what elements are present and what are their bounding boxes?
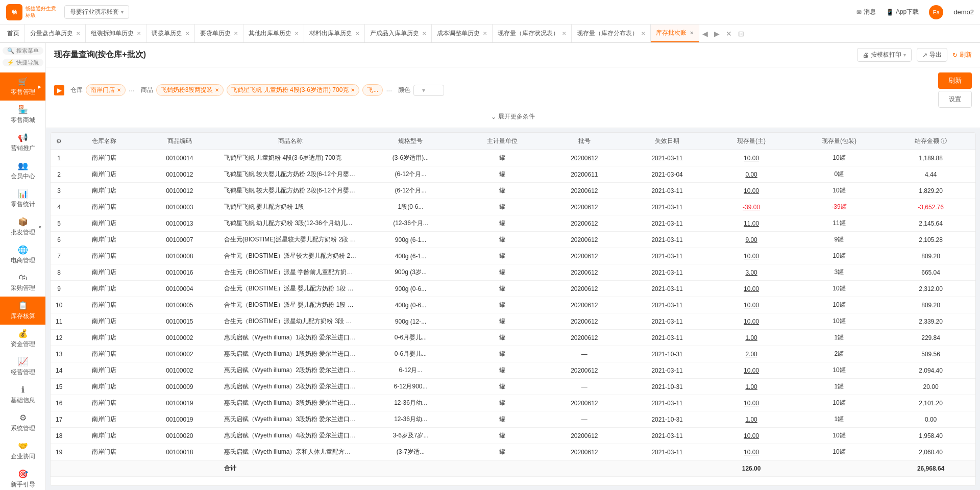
sidebar-item-marketing[interactable]: 📢 营销推广 bbox=[0, 129, 45, 157]
tab-split-inventory[interactable]: 分量盘点单历史 ✕ bbox=[25, 24, 86, 42]
tab-disassemble[interactable]: 组装拆卸单历史 ✕ bbox=[86, 24, 146, 42]
tab-transfer[interactable]: 调拨单历史 ✕ bbox=[146, 24, 195, 42]
product-tag-more[interactable]: 飞... bbox=[362, 84, 383, 96]
sidebar-item-basic-info[interactable]: ℹ 基础信息 bbox=[0, 381, 45, 409]
row-qty-main[interactable]: 2.00 bbox=[710, 346, 792, 362]
row-qty-main[interactable]: 10.00 bbox=[710, 150, 792, 166]
warehouse-more-button[interactable]: ··· bbox=[129, 86, 135, 94]
app-selector[interactable]: 母婴行业演示账套 ▾ bbox=[64, 5, 129, 19]
sidebar-nav-button[interactable]: ⚡ 快捷导航 bbox=[3, 59, 43, 66]
tab-material-out[interactable]: 材料出库单历史 ✕ bbox=[304, 24, 365, 42]
row-expire: 2021-10-31 bbox=[624, 346, 711, 362]
color-filter-input[interactable]: ▾ bbox=[413, 85, 444, 96]
expand-more-button[interactable]: ⌄ 展开更多条件 bbox=[54, 111, 972, 122]
row-qty-main[interactable]: 9.00 bbox=[710, 232, 792, 248]
sidebar-item-member-center[interactable]: 👥 会员中心 bbox=[0, 157, 45, 185]
warehouse-tag[interactable]: 南岸门店 ✕ bbox=[86, 84, 126, 96]
sidebar-item-retail-mgmt[interactable]: 🛒 零售管理 ▶ bbox=[0, 72, 45, 101]
row-qty-main[interactable]: 11.00 bbox=[710, 215, 792, 232]
row-qty-main[interactable]: 10.00 bbox=[710, 428, 792, 444]
row-qty-main[interactable]: 1.00 bbox=[710, 330, 792, 346]
tab-close-icon[interactable]: ✕ bbox=[137, 31, 141, 36]
product-tag-2[interactable]: 飞鹤星飞帆 儿童奶粉 4段(3-6岁适用) 700克 ✕ bbox=[227, 84, 359, 96]
total-qty: 126.00 bbox=[710, 460, 792, 477]
avatar[interactable]: Ea bbox=[929, 5, 943, 19]
message-button[interactable]: ✉ 消息 bbox=[856, 8, 876, 16]
sidebar-item-ecommerce[interactable]: 🌐 电商管理 bbox=[0, 241, 45, 269]
tab-label: 材料出库单历史 bbox=[309, 29, 352, 38]
sidebar-item-retail-stats[interactable]: 📊 零售统计 bbox=[0, 185, 45, 213]
refresh-button[interactable]: ↻ 刷新 bbox=[952, 51, 972, 59]
warehouse-tag-close-icon[interactable]: ✕ bbox=[117, 87, 121, 93]
row-warehouse: 南岸门店 bbox=[67, 183, 140, 199]
product-tag-1[interactable]: 飞鹤奶粉3段两提装 ✕ bbox=[156, 84, 224, 96]
tab-close-icon[interactable]: ✕ bbox=[355, 31, 359, 36]
product-tag-1-close-icon[interactable]: ✕ bbox=[215, 87, 219, 93]
sidebar-item-inventory[interactable]: 📋 库存核算 bbox=[0, 297, 45, 325]
tab-close-icon[interactable]: ✕ bbox=[76, 31, 80, 36]
row-expire: 2021-03-11 bbox=[624, 297, 711, 313]
row-unit: 罐 bbox=[459, 215, 545, 232]
tab-requisition[interactable]: 要货单历史 ✕ bbox=[195, 24, 243, 42]
tab-more-button[interactable]: ⊡ bbox=[735, 24, 747, 42]
app-download-button[interactable]: 📱 App下载 bbox=[886, 8, 919, 16]
row-qty-main[interactable]: 10.00 bbox=[710, 444, 792, 460]
row-qty-main[interactable]: 10.00 bbox=[710, 362, 792, 379]
row-amount: -3,652.76 bbox=[886, 199, 975, 215]
tab-close-icon[interactable]: ✕ bbox=[483, 31, 487, 36]
export-button[interactable]: ↗ 导出 bbox=[917, 48, 947, 62]
row-qty-main[interactable]: 10.00 bbox=[710, 183, 792, 199]
row-qty-pkg: 3罐 bbox=[792, 264, 886, 281]
row-name: 惠氏启赋（Wyeth illuma）亲和人体儿童配方奶粉4段（3... bbox=[219, 444, 362, 460]
tab-label: 其他出库单历史 bbox=[249, 29, 291, 38]
row-qty-main[interactable]: 10.00 bbox=[710, 281, 792, 297]
row-qty-main[interactable]: 1.00 bbox=[710, 379, 792, 395]
tab-next-button[interactable]: ▶ bbox=[711, 24, 723, 42]
row-qty-main[interactable]: 10.00 bbox=[710, 313, 792, 330]
tab-close-icon[interactable]: ✕ bbox=[234, 31, 238, 36]
product-more-button[interactable]: ··· bbox=[386, 86, 392, 94]
tab-product-in[interactable]: 产成品入库单历史 ✕ bbox=[365, 24, 432, 42]
tab-close-icon[interactable]: ✕ bbox=[185, 31, 189, 36]
row-qty-main[interactable]: 10.00 bbox=[710, 297, 792, 313]
row-name: 飞鹤星飞帆 较大婴儿配方奶粉 2段(6-12个月婴幼儿适用) ... bbox=[219, 183, 362, 199]
template-print-button[interactable]: 🖨 按模板打印 ▾ bbox=[857, 48, 912, 62]
tab-close-icon[interactable]: ✕ bbox=[422, 31, 426, 36]
tab-batch-account[interactable]: 库存批次账 ✕ bbox=[651, 24, 699, 42]
sidebar-item-operation[interactable]: 📈 经营管理 bbox=[0, 353, 45, 381]
row-expire: 2021-03-11 bbox=[624, 428, 711, 444]
tab-prev-button[interactable]: ◀ bbox=[699, 24, 711, 42]
sidebar-item-enterprise[interactable]: 🤝 企业协同 bbox=[0, 437, 45, 465]
sidebar-search-button[interactable]: 🔍 搜索菜单 bbox=[3, 47, 43, 55]
sidebar-item-finance[interactable]: 💰 资金管理 bbox=[0, 325, 45, 353]
tab-home[interactable]: 首页 bbox=[2, 24, 25, 42]
row-qty-main[interactable]: 0.00 bbox=[710, 166, 792, 183]
tab-label: 现存量（库存状况表） bbox=[498, 29, 559, 38]
sidebar-item-retail-mall[interactable]: 🏪 零售商城 bbox=[0, 101, 45, 129]
row-qty-main[interactable]: 3.00 bbox=[710, 264, 792, 281]
sidebar-item-purchase[interactable]: 🛍 采购管理 bbox=[0, 269, 45, 297]
tab-cost-adjust[interactable]: 成本调整单历史 ✕ bbox=[432, 24, 493, 42]
query-button[interactable]: 刷新 bbox=[938, 72, 972, 89]
col-settings[interactable]: ⚙ bbox=[51, 133, 67, 150]
row-qty-main[interactable]: 10.00 bbox=[710, 395, 792, 411]
tab-close-all-button[interactable]: ✕ bbox=[723, 24, 735, 42]
tab-close-icon[interactable]: ✕ bbox=[690, 30, 694, 36]
filter-toggle-button[interactable]: ▶ bbox=[54, 85, 64, 95]
tab-close-icon[interactable]: ✕ bbox=[641, 31, 645, 36]
tab-close-icon[interactable]: ✕ bbox=[295, 31, 299, 36]
sidebar-item-guide[interactable]: 🎯 新手引导 bbox=[0, 465, 45, 490]
tab-inventory-status[interactable]: 现存量（库存状况表） ✕ bbox=[493, 24, 572, 42]
tab-inventory-dist[interactable]: 现存量（库存分布表） ✕ bbox=[572, 24, 651, 42]
sidebar-item-wholesale[interactable]: 📦 批发管理 ▾ bbox=[0, 213, 45, 241]
product-tag-2-close-icon[interactable]: ✕ bbox=[351, 87, 355, 93]
table-row: 2 南岸门店 00100012 飞鹤星飞帆 较大婴儿配方奶粉 2段(6-12个月… bbox=[51, 166, 975, 183]
row-no: 17 bbox=[51, 411, 67, 428]
tab-close-icon[interactable]: ✕ bbox=[562, 31, 566, 36]
sidebar-item-system[interactable]: ⚙ 系统管理 bbox=[0, 409, 45, 437]
row-qty-main[interactable]: -39.00 bbox=[710, 199, 792, 215]
row-qty-main[interactable]: 10.00 bbox=[710, 248, 792, 264]
row-qty-main[interactable]: 1.00 bbox=[710, 411, 792, 428]
tab-other-out[interactable]: 其他出库单历史 ✕ bbox=[243, 24, 304, 42]
settings-button[interactable]: 设置 bbox=[938, 91, 972, 108]
